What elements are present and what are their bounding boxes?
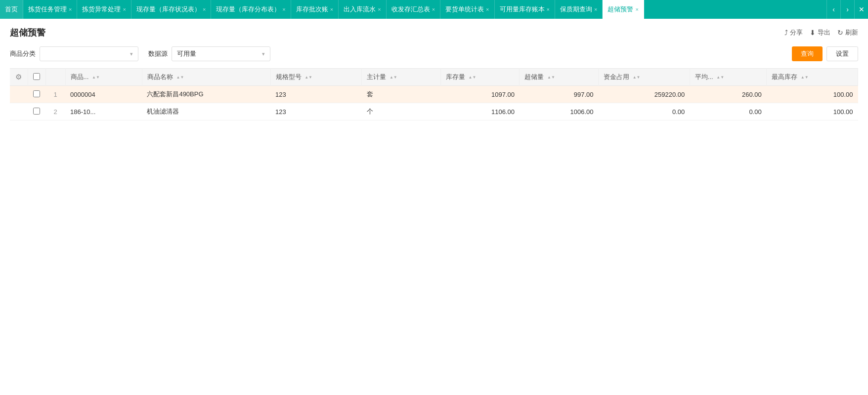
row-number-0: 1 bbox=[45, 86, 65, 103]
nav-tab-9[interactable]: 可用量库存账本 × bbox=[495, 0, 555, 19]
col-max-stock[interactable]: 最高库存 ▲▼ bbox=[767, 69, 858, 86]
col-unit-label: 主计量 bbox=[367, 73, 386, 80]
row-avg-0: 260.00 bbox=[690, 86, 766, 103]
refresh-icon: ↻ bbox=[837, 29, 843, 37]
category-filter-select[interactable]: ▾ bbox=[40, 46, 138, 61]
col-stock[interactable]: 库存量 ▲▼ bbox=[440, 69, 520, 86]
settings-button[interactable]: 设置 bbox=[826, 46, 858, 61]
nav-tab-10-close[interactable]: × bbox=[594, 6, 597, 12]
col-stock-label: 库存量 bbox=[446, 73, 465, 80]
export-icon: ⬇ bbox=[810, 29, 816, 37]
select-all-checkbox[interactable] bbox=[33, 73, 40, 80]
nav-tab-8-close[interactable]: × bbox=[486, 6, 489, 12]
col-unit[interactable]: 主计量 ▲▼ bbox=[362, 69, 441, 86]
row-product-name-0: 六配套新昌490BPG bbox=[142, 86, 270, 103]
nav-tab-home[interactable]: 首页 bbox=[0, 0, 23, 19]
row-capital-1: 0.00 bbox=[599, 103, 690, 120]
row-max-stock-1: 100.00 bbox=[767, 103, 858, 120]
col-overstock[interactable]: 超储量 ▲▼ bbox=[520, 69, 599, 86]
nav-tab-11-close[interactable]: × bbox=[635, 6, 638, 12]
nav-tab-11[interactable]: 超储预警 × bbox=[603, 0, 644, 19]
data-table: ⚙ 商品... ▲▼ 商品名称 ▲▼ 规格型号 ▲▼ bbox=[10, 68, 858, 120]
nav-tab-6[interactable]: 出入库流水 × bbox=[339, 0, 386, 19]
row-unit-0: 套 bbox=[362, 86, 441, 103]
sort-icon-overstock: ▲▼ bbox=[547, 76, 555, 79]
row-checkbox-cell-0 bbox=[28, 86, 45, 103]
sort-icon-product-name: ▲▼ bbox=[176, 76, 184, 79]
nav-arrow-close[interactable]: ✕ bbox=[854, 0, 868, 19]
nav-tab-1-label: 拣货任务管理 bbox=[28, 5, 67, 14]
action-buttons: 查询 设置 bbox=[792, 46, 858, 61]
nav-tab-1-close[interactable]: × bbox=[69, 6, 72, 12]
sort-icon-spec: ▲▼ bbox=[304, 76, 312, 79]
row-checkbox-1[interactable] bbox=[33, 108, 40, 115]
row-stock-1: 1106.00 bbox=[440, 103, 520, 120]
nav-tab-7-close[interactable]: × bbox=[432, 6, 435, 12]
row-product-code-1: 186-10... bbox=[65, 103, 142, 120]
nav-tab-7[interactable]: 收发存汇总表 × bbox=[387, 0, 440, 19]
share-button[interactable]: ⤴ 分享 bbox=[784, 28, 803, 37]
nav-tab-4[interactable]: 现存量（库存分布表） × bbox=[211, 0, 291, 19]
nav-arrow-right[interactable]: › bbox=[840, 0, 854, 19]
nav-tab-5[interactable]: 库存批次账 × bbox=[291, 0, 339, 19]
nav-tab-10-label: 保质期查询 bbox=[560, 5, 592, 14]
share-label: 分享 bbox=[790, 28, 803, 37]
col-product-code[interactable]: 商品... ▲▼ bbox=[65, 69, 142, 86]
row-capital-0: 259220.00 bbox=[599, 86, 690, 103]
top-navigation: 首页 拣货任务管理 × 拣货异常处理 × 现存量（库存状况表） × 现存量（库存… bbox=[0, 0, 868, 19]
nav-arrows: ‹ › ✕ bbox=[826, 0, 868, 19]
nav-tab-5-close[interactable]: × bbox=[330, 6, 333, 12]
row-avg-1: 0.00 bbox=[690, 103, 766, 120]
query-button[interactable]: 查询 bbox=[792, 46, 823, 61]
nav-tab-2-close[interactable]: × bbox=[123, 6, 126, 12]
row-max-stock-0: 100.00 bbox=[767, 86, 858, 103]
col-checkbox-header bbox=[28, 69, 45, 86]
row-stock-0: 1097.00 bbox=[440, 86, 520, 103]
nav-tab-9-close[interactable]: × bbox=[547, 6, 550, 12]
nav-tab-4-close[interactable]: × bbox=[282, 6, 285, 12]
col-product-name-label: 商品名称 bbox=[147, 73, 173, 80]
col-spec-label: 规格型号 bbox=[276, 73, 302, 80]
col-settings: ⚙ bbox=[10, 69, 28, 86]
col-avg[interactable]: 平均... ▲▼ bbox=[690, 69, 766, 86]
nav-tab-1[interactable]: 拣货任务管理 × bbox=[23, 0, 77, 19]
nav-tab-3-close[interactable]: × bbox=[203, 6, 206, 12]
col-capital[interactable]: 资金占用 ▲▼ bbox=[599, 69, 690, 86]
table-row: 2 186-10... 机油滤清器 123 个 1106.00 1006.00 … bbox=[10, 103, 858, 120]
filter-group-category: 商品分类 ▾ bbox=[10, 46, 138, 61]
page-content: 超储预警 ⤴ 分享 ⬇ 导出 ↻ 刷新 商品分类 ▾ 数据源 bbox=[0, 19, 868, 395]
row-spec-0: 123 bbox=[270, 86, 362, 103]
nav-tab-7-label: 收发存汇总表 bbox=[391, 5, 430, 14]
nav-tab-2-label: 拣货异常处理 bbox=[82, 5, 121, 14]
col-row-num bbox=[45, 69, 65, 86]
nav-tab-11-label: 超储预警 bbox=[608, 5, 633, 14]
col-max-stock-label: 最高库存 bbox=[772, 73, 797, 80]
row-unit-1: 个 bbox=[362, 103, 441, 120]
row-overstock-1: 1006.00 bbox=[520, 103, 599, 120]
nav-tab-8[interactable]: 要货单统计表 × bbox=[440, 0, 494, 19]
datasource-filter-select[interactable]: 可用量 ▾ bbox=[172, 46, 270, 61]
col-spec[interactable]: 规格型号 ▲▼ bbox=[270, 69, 362, 86]
nav-tab-6-close[interactable]: × bbox=[378, 6, 381, 12]
nav-tab-3-label: 现存量（库存状况表） bbox=[136, 5, 201, 14]
col-product-name[interactable]: 商品名称 ▲▼ bbox=[142, 69, 270, 86]
table-gear-icon[interactable]: ⚙ bbox=[15, 73, 22, 81]
nav-tab-9-label: 可用量库存账本 bbox=[500, 5, 545, 14]
row-checkbox-0[interactable] bbox=[33, 90, 40, 97]
row-product-name-1: 机油滤清器 bbox=[142, 103, 270, 120]
sort-icon-unit: ▲▼ bbox=[390, 76, 397, 79]
export-button[interactable]: ⬇ 导出 bbox=[810, 28, 830, 37]
refresh-button[interactable]: ↻ 刷新 bbox=[837, 28, 858, 37]
refresh-label: 刷新 bbox=[845, 28, 858, 37]
nav-tab-6-label: 出入库流水 bbox=[344, 5, 376, 14]
nav-arrow-left[interactable]: ‹ bbox=[826, 0, 840, 19]
nav-tab-5-label: 库存批次账 bbox=[296, 5, 328, 14]
datasource-filter-value: 可用量 bbox=[177, 49, 196, 58]
nav-tab-3[interactable]: 现存量（库存状况表） × bbox=[131, 0, 211, 19]
filter-row: 商品分类 ▾ 数据源 可用量 ▾ 查询 设置 bbox=[10, 46, 858, 61]
category-filter-label: 商品分类 bbox=[10, 49, 36, 58]
nav-tab-10[interactable]: 保质期查询 × bbox=[555, 0, 603, 19]
col-avg-label: 平均... bbox=[695, 73, 713, 80]
nav-tab-home-label: 首页 bbox=[5, 5, 18, 14]
nav-tab-2[interactable]: 拣货异常处理 × bbox=[77, 0, 131, 19]
